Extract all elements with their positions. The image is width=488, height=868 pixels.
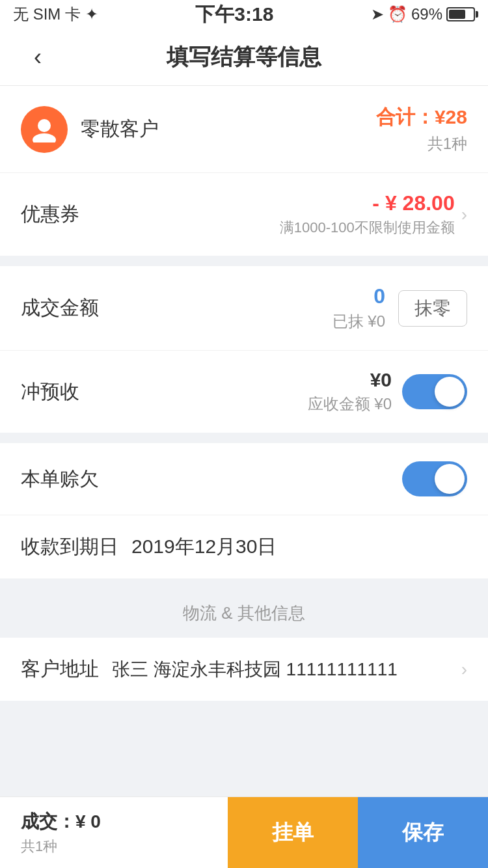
prepayment-row: 冲预收 ¥0 应收金额 ¥0 [0,350,488,433]
chevron-right-icon: › [461,204,467,225]
address-chevron-icon: › [461,659,467,680]
round-down-button[interactable]: 抹零 [398,290,467,327]
deal-amount-value: 0 [373,284,385,308]
back-button[interactable]: ‹ [18,38,57,77]
avatar [21,106,68,153]
customer-section: 零散客户 合计：¥28 共1种 优惠券 - ¥ 28.00 满1000-100不… [0,86,488,256]
content: 零散客户 合计：¥28 共1种 优惠券 - ¥ 28.00 满1000-100不… [0,86,488,779]
toggle-knob [435,377,465,407]
debt-toggle-knob [435,464,465,494]
debt-row: 本单赊欠 [0,443,488,515]
bottom-deal-amount: ¥ 0 [75,811,101,832]
debt-toggle[interactable] [402,461,467,496]
deal-amount-detail: 0 已抹 ¥0 [332,284,385,332]
person-icon [31,116,57,142]
battery-icon [446,7,475,21]
status-bar: 无 SIM 卡 ✦ 下午3:18 ➤ ⏰ 69% [0,0,488,29]
coupon-right: - ¥ 28.00 满1000-100不限制使用金额 › [280,191,467,237]
prepayment-right: ¥0 应收金额 ¥0 [308,369,467,414]
customer-name: 零散客户 [81,116,159,142]
location-icon: ➤ [371,5,384,23]
deal-amount-label: 成交金额 [21,295,99,321]
bottom-deal-text: 成交：¥ 0 [21,809,207,834]
status-time: 下午3:18 [195,1,273,28]
address-row[interactable]: 客户地址 张三 海淀永丰科技园 11111111111 › [0,638,488,701]
sim-text: 无 SIM 卡 ✦ [13,4,98,25]
nav-bar: ‹ 填写结算等信息 [0,29,488,86]
coupon-row[interactable]: 优惠券 - ¥ 28.00 满1000-100不限制使用金额 › [0,172,488,256]
alarm-icon: ⏰ [388,5,407,23]
deal-amount-row: 成交金额 0 已抹 ¥0 抹零 [0,266,488,350]
svg-point-0 [38,119,51,132]
customer-row: 零散客户 合计：¥28 共1种 [0,86,488,172]
back-icon: ‹ [34,44,42,71]
logistics-label: 物流 & 其他信息 [172,602,316,625]
battery-percent: 69% [411,5,442,23]
prepayment-values: ¥0 应收金额 ¥0 [308,369,392,414]
coupon-description: 满1000-100不限制使用金额 [280,218,455,237]
deal-amount-right: 0 已抹 ¥0 抹零 [332,284,467,332]
bottom-bar: 成交：¥ 0 共1种 挂单 保存 [0,796,488,868]
page-title: 填写结算等信息 [167,42,321,72]
coupon-discount: - ¥ 28.00 [280,191,455,215]
prepayment-receivable: 应收金额 ¥0 [308,394,392,414]
svg-point-1 [33,133,56,142]
deal-amount-sub: 已抹 ¥0 [332,311,385,332]
total-count: 共1种 [376,133,467,154]
coupon-detail: - ¥ 28.00 满1000-100不限制使用金额 [280,191,455,237]
bottom-deal-label: 成交： [21,811,75,832]
duedate-label: 收款到期日 [21,534,118,560]
prepayment-amount: ¥0 [308,369,392,391]
duedate-row: 收款到期日 2019年12月30日 [0,515,488,578]
debt-label: 本单赊欠 [21,466,99,493]
debt-section: 本单赊欠 收款到期日 2019年12月30日 [0,443,488,578]
duedate-value: 2019年12月30日 [131,534,277,560]
total-label-text: 合计： [376,106,435,128]
status-right: ➤ ⏰ 69% [371,5,475,23]
deal-section: 成交金额 0 已抹 ¥0 抹零 冲预收 ¥0 应收金额 ¥0 [0,266,488,433]
prepayment-label: 冲预收 [21,379,79,405]
prepayment-toggle[interactable] [402,374,467,409]
address-value: 张三 海淀永丰科技园 11111111111 [112,657,461,682]
total-amount-label: 合计：¥28 [376,104,467,131]
bottom-info: 成交：¥ 0 共1种 [0,809,228,856]
customer-total: 合计：¥28 共1种 [376,104,467,154]
save-button[interactable]: 保存 [358,797,488,869]
coupon-label: 优惠券 [21,201,79,228]
bottom-count: 共1种 [21,837,207,856]
address-label: 客户地址 [21,656,99,683]
hang-button[interactable]: 挂单 [228,797,358,869]
logistics-header: 物流 & 其他信息 [0,589,488,638]
total-amount-value: ¥28 [435,106,467,128]
customer-left: 零散客户 [21,106,159,153]
logistics-text: 物流 & 其他信息 [183,602,305,625]
status-left: 无 SIM 卡 ✦ [13,4,98,25]
